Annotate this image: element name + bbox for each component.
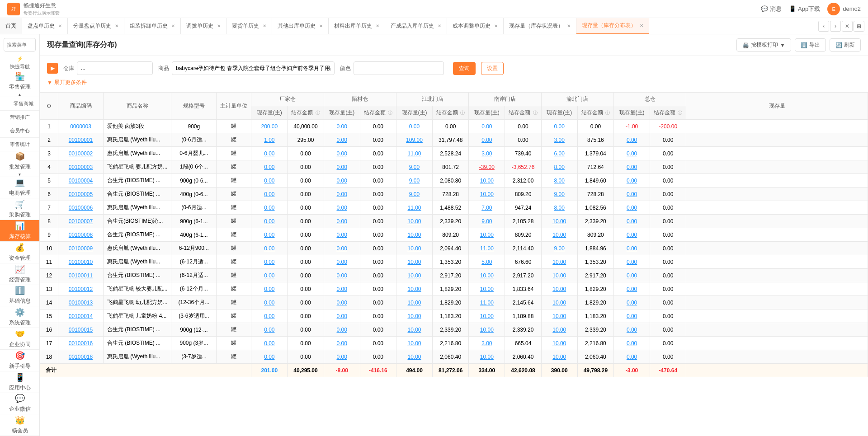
app-btn[interactable]: 📱 App下载 xyxy=(789,5,820,13)
cell-factory-qty[interactable]: 0.00 xyxy=(251,323,288,337)
sidebar-item-wechat-work[interactable]: 💬 企业微信 xyxy=(0,393,39,415)
cell-total-qty[interactable]: 0.00 xyxy=(614,296,650,309)
cell-yubei-qty[interactable]: 8.00 xyxy=(541,174,577,188)
cell-yubei-qty[interactable]: 10.00 xyxy=(541,323,577,337)
cell-code[interactable]: 00100016 xyxy=(58,337,104,350)
cell-total-qty[interactable]: 0.00 xyxy=(614,215,650,228)
tabs-prev-btn[interactable]: ‹ xyxy=(818,21,829,32)
cell-nanan-qty[interactable]: 0.00 xyxy=(469,120,505,133)
sidebar-item-retail-stats[interactable]: 零售统计 xyxy=(0,138,39,151)
cell-mocun-qty[interactable]: 0.00 xyxy=(324,133,360,147)
tab-close-6[interactable]: ✕ xyxy=(319,23,323,28)
cell-mocun-qty[interactable]: 0.00 xyxy=(324,160,360,174)
sidebar-item-inventory[interactable]: 📊 库存核算 xyxy=(0,220,39,242)
cell-total-qty[interactable]: 0.00 xyxy=(614,147,650,160)
sidebar-item-operation[interactable]: 📈 经营管理 xyxy=(0,263,39,285)
cell-code[interactable]: 00100003 xyxy=(58,160,104,174)
tab-close-2[interactable]: ✕ xyxy=(115,23,118,28)
filter-toggle-btn[interactable]: ▶ xyxy=(47,63,58,74)
cell-jiangbei-qty[interactable]: 10.00 xyxy=(396,242,433,255)
cell-yubei-qty[interactable]: 10.00 xyxy=(541,269,577,282)
cell-factory-qty[interactable]: 0.00 xyxy=(251,174,288,188)
color-input[interactable] xyxy=(354,61,444,75)
tab-1[interactable]: 盘点单历史 ✕ xyxy=(22,18,68,34)
cell-total-qty[interactable]: 0.00 xyxy=(614,228,650,242)
tabs-menu-btn[interactable]: ⊞ xyxy=(854,21,864,32)
cell-yubei-qty[interactable]: 10.00 xyxy=(541,350,577,364)
cell-total-qty[interactable]: 0.00 xyxy=(614,282,650,296)
footer-jiangbei-qty[interactable]: 494.00 xyxy=(396,364,433,377)
cell-nanan-qty[interactable]: 10.00 xyxy=(469,188,505,201)
cell-yubei-qty[interactable]: 8.00 xyxy=(541,160,577,174)
cell-mocun-qty[interactable]: 0.00 xyxy=(324,282,360,296)
cell-factory-qty[interactable]: 0.00 xyxy=(251,309,288,323)
cell-code[interactable]: 00100002 xyxy=(58,147,104,160)
cell-code[interactable]: 00100007 xyxy=(58,215,104,228)
cell-mocun-qty[interactable]: 0.00 xyxy=(324,255,360,269)
cell-yubei-qty[interactable]: 10.00 xyxy=(541,215,577,228)
tab-close-10[interactable]: ✕ xyxy=(567,23,571,28)
cell-factory-qty[interactable]: 0.00 xyxy=(251,215,288,228)
cell-total-qty[interactable]: 0.00 xyxy=(614,350,650,364)
settings-btn[interactable]: 设置 xyxy=(481,62,504,75)
footer-factory-qty[interactable]: 201.00 xyxy=(251,364,288,377)
sidebar-item-ecommerce[interactable]: 💻 电商管理 xyxy=(0,177,39,199)
cell-code[interactable]: 00100014 xyxy=(58,309,104,323)
cell-code[interactable]: 00100012 xyxy=(58,282,104,296)
cell-nanan-qty[interactable]: -39.00 xyxy=(469,160,505,174)
cell-yubei-qty[interactable]: 0.00 xyxy=(541,120,577,133)
cell-jiangbei-qty[interactable]: 11.00 xyxy=(396,201,433,215)
cell-jiangbei-qty[interactable]: 11.00 xyxy=(396,147,433,160)
product-input[interactable] xyxy=(172,61,335,75)
sidebar-item-basic-info[interactable]: ℹ️ 基础信息 xyxy=(0,285,39,307)
cell-mocun-qty[interactable]: 0.00 xyxy=(324,242,360,255)
cell-total-qty[interactable]: 0.00 xyxy=(614,337,650,350)
cell-mocun-qty[interactable]: 0.00 xyxy=(324,147,360,160)
cell-total-qty[interactable]: 0.00 xyxy=(614,188,650,201)
tab-8[interactable]: 产成品入库单历史 ✕ xyxy=(385,18,447,34)
cell-factory-qty[interactable]: 0.00 xyxy=(251,242,288,255)
tab-3[interactable]: 组装拆卸单历史 ✕ xyxy=(124,18,181,34)
tab-4[interactable]: 调拨单历史 ✕ xyxy=(181,18,226,34)
tab-close-7[interactable]: ✕ xyxy=(376,23,379,28)
cell-code[interactable]: 00100004 xyxy=(58,174,104,188)
cell-total-qty[interactable]: 0.00 xyxy=(614,174,650,188)
cell-yubei-qty[interactable]: 9.00 xyxy=(541,242,577,255)
tabs-close-btn[interactable]: ✕ xyxy=(842,21,853,32)
cell-yubei-qty[interactable]: 3.00 xyxy=(541,133,577,147)
tab-11[interactable]: 现存量（库存分布表） ✕ xyxy=(576,18,649,34)
cell-total-qty[interactable]: 0.00 xyxy=(614,201,650,215)
cell-jiangbei-qty[interactable]: 109.00 xyxy=(396,133,433,147)
cell-jiangbei-qty[interactable]: 10.00 xyxy=(396,337,433,350)
cell-mocun-qty[interactable]: 0.00 xyxy=(324,201,360,215)
cell-jiangbei-qty[interactable]: 10.00 xyxy=(396,309,433,323)
cell-jiangbei-qty[interactable]: 10.00 xyxy=(396,296,433,309)
cell-mocun-qty[interactable]: 0.00 xyxy=(324,269,360,282)
cell-code[interactable]: 00100013 xyxy=(58,296,104,309)
th-settings[interactable]: ⚙ xyxy=(40,93,58,120)
sidebar-quick-nav[interactable]: ⚡ 快捷导航 xyxy=(0,55,39,71)
tab-close-3[interactable]: ✕ xyxy=(171,23,175,28)
cell-nanan-qty[interactable]: 11.00 xyxy=(469,296,505,309)
cell-jiangbei-qty[interactable]: 10.00 xyxy=(396,282,433,296)
sidebar-item-retail-mgmt[interactable]: 🏪 零售管理 ▲ xyxy=(0,71,39,97)
cell-factory-qty[interactable]: 0.00 xyxy=(251,337,288,350)
footer-nanan-qty[interactable]: 334.00 xyxy=(469,364,505,377)
cell-factory-qty[interactable]: 0.00 xyxy=(251,188,288,201)
cell-total-qty[interactable]: 0.00 xyxy=(614,255,650,269)
tab-close-4[interactable]: ✕ xyxy=(217,23,221,28)
cell-nanan-qty[interactable]: 10.00 xyxy=(469,174,505,188)
cell-factory-qty[interactable]: 0.00 xyxy=(251,282,288,296)
cell-nanan-qty[interactable]: 10.00 xyxy=(469,323,505,337)
cell-nanan-qty[interactable]: 9.00 xyxy=(469,215,505,228)
footer-total-qty[interactable]: -3.00 xyxy=(614,364,650,377)
tabs-next-btn[interactable]: › xyxy=(830,21,841,32)
cell-mocun-qty[interactable]: 0.00 xyxy=(324,174,360,188)
sidebar-item-member2[interactable]: 👑 畅会员 xyxy=(0,414,39,436)
cell-mocun-qty[interactable]: 0.00 xyxy=(324,337,360,350)
tab-close-5[interactable]: ✕ xyxy=(263,23,266,28)
footer-mocun-qty[interactable]: -8.00 xyxy=(324,364,360,377)
cell-factory-qty[interactable]: 200.00 xyxy=(251,120,288,133)
cell-mocun-qty[interactable]: 0.00 xyxy=(324,323,360,337)
cell-nanan-qty[interactable]: 10.00 xyxy=(469,309,505,323)
